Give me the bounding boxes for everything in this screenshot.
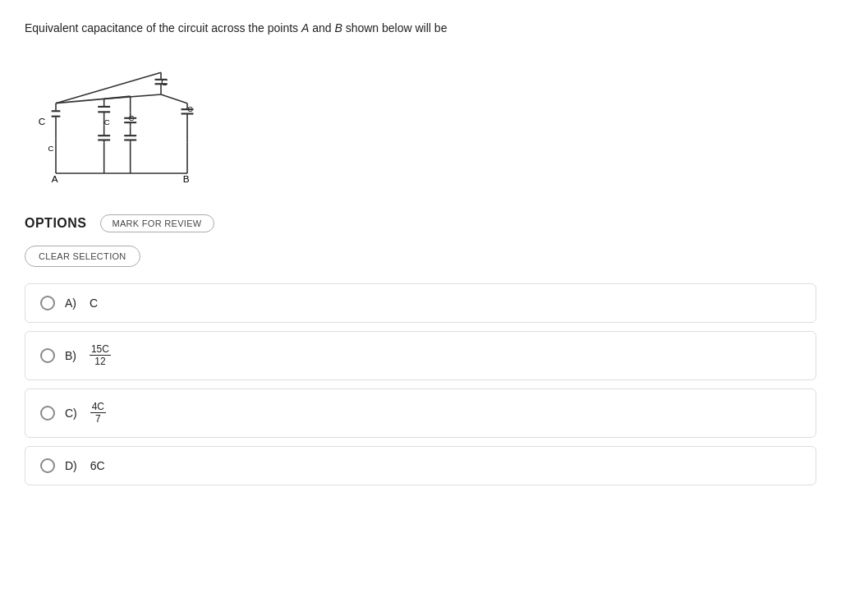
option-c[interactable]: C) 4C 7 [25,388,816,438]
mark-review-button[interactable]: MARK FOR REVIEW [100,214,214,232]
clear-selection-button[interactable]: CLEAR SELECTION [25,246,140,267]
options-label: OPTIONS [25,216,87,231]
option-d-label: D) 6C [65,459,105,472]
svg-text:C: C [48,144,53,153]
option-b-fraction: 15C 12 [90,343,111,368]
svg-text:C: C [39,116,46,126]
option-d[interactable]: D) 6C [25,446,816,485]
radio-b[interactable] [40,348,55,363]
option-c-label: C) 4C 7 [65,401,106,425]
circuit-diagram: C C C C C C A B [33,55,263,186]
option-c-fraction: 4C 7 [90,401,106,425]
svg-text:A: A [52,173,58,184]
option-a[interactable]: A) C [25,283,816,323]
options-header: OPTIONS MARK FOR REVIEW [25,214,816,232]
options-list: A) C B) 15C 12 C) 4C [25,283,816,485]
option-b[interactable]: B) 15C 12 [25,331,816,380]
svg-text:C: C [161,76,168,87]
option-a-label: A) C [65,297,98,310]
svg-text:B: B [183,173,190,184]
radio-c[interactable] [40,406,55,421]
radio-d[interactable] [40,458,55,473]
svg-text:C: C [104,117,110,126]
radio-a[interactable] [40,296,55,310]
option-b-label: B) 15C 12 [65,343,111,368]
page-container: Equivalent capacitance of the circuit ac… [0,0,841,616]
svg-line-20 [161,94,187,103]
question-text: Equivalent capacitance of the circuit ac… [25,20,816,37]
